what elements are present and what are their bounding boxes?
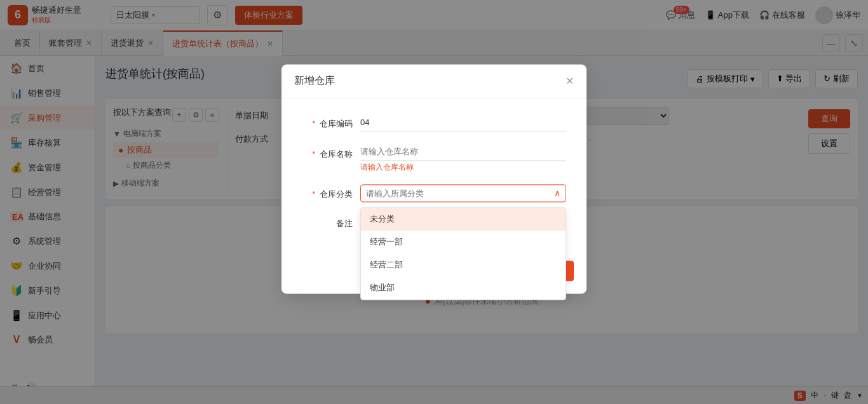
code-input[interactable] xyxy=(360,114,566,131)
name-field-row: * 仓库名称 请输入仓库名称 xyxy=(302,143,566,173)
category-input[interactable] xyxy=(366,189,554,198)
category-input-wrap[interactable]: ∧ xyxy=(360,184,566,202)
category-field: ∧ 未分类 经营一部 经营二部 物业部 xyxy=(360,184,566,202)
dropdown-item-dept3[interactable]: 物业部 xyxy=(361,276,566,299)
name-required-mark: * xyxy=(312,149,315,159)
modal-body: * 仓库编码 * 仓库名称 请输入仓库名称 * 仓库分类 xyxy=(281,98,587,253)
category-arrow-icon[interactable]: ∧ xyxy=(554,188,560,198)
remark-label: 备注 xyxy=(302,213,353,229)
name-error-row: 请输入仓库名称 xyxy=(360,161,414,173)
name-label: * 仓库名称 xyxy=(302,144,353,160)
dropdown-item-uncategorized[interactable]: 未分类 xyxy=(361,208,566,231)
required-mark: * xyxy=(312,119,315,128)
dropdown-item-dept2[interactable]: 经营二部 xyxy=(361,253,566,276)
category-field-row: * 仓库分类 ∧ 未分类 经营一部 经营二部 物业部 xyxy=(302,184,566,202)
modal-title: 新增仓库 xyxy=(294,74,335,88)
code-label: * 仓库编码 xyxy=(302,114,353,130)
category-label: * 仓库分类 xyxy=(302,184,353,200)
category-required-mark: * xyxy=(312,189,315,199)
modal-close-button[interactable]: ✕ xyxy=(566,75,574,87)
add-warehouse-modal: 新增仓库 ✕ * 仓库编码 * 仓库名称 请输入仓库名称 xyxy=(281,64,587,293)
modal-header: 新增仓库 ✕ xyxy=(281,64,587,98)
category-dropdown: 未分类 经营一部 经营二部 物业部 xyxy=(360,207,566,300)
dropdown-item-dept1[interactable]: 经营一部 xyxy=(361,231,566,253)
name-input[interactable] xyxy=(360,143,566,161)
code-field-row: * 仓库编码 xyxy=(302,114,566,131)
name-error-message: 请输入仓库名称 xyxy=(360,163,414,172)
